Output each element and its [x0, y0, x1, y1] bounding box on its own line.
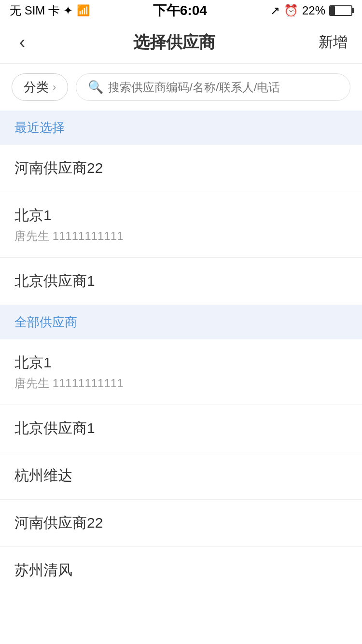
add-button[interactable]: 新增 [319, 32, 348, 52]
item-name: 北京1 [14, 353, 348, 373]
recent-section-header: 最近选择 [0, 111, 362, 145]
alarm-icon: ⏰ [284, 4, 298, 17]
list-item[interactable]: 河南供应商22 [0, 145, 362, 192]
item-name: 河南供应商22 [14, 158, 348, 178]
item-detail: 唐先生 11111111111 [14, 228, 348, 244]
item-detail: 唐先生 11111111111 [14, 376, 348, 391]
sim-label: 无 SIM 卡 ✦ [10, 3, 73, 18]
recent-list: 河南供应商22北京1唐先生 11111111111北京供应商1 [0, 145, 362, 305]
item-name: 苏州清风 [14, 560, 348, 580]
search-input[interactable] [108, 81, 338, 94]
search-box[interactable]: 🔍 [76, 73, 350, 101]
all-label: 全部供应商 [14, 315, 77, 329]
item-name: 北京供应商1 [14, 271, 348, 291]
list-item[interactable]: 北京1唐先生 11111111111 [0, 339, 362, 405]
nav-bar: ‹ 选择供应商 新增 [0, 21, 362, 64]
location-icon: ↗ [270, 4, 280, 17]
search-icon: 🔍 [88, 80, 103, 95]
battery-percent: 22% [302, 4, 325, 17]
list-item[interactable]: 河南供应商22 [0, 500, 362, 547]
filter-bar: 分类 › 🔍 [0, 64, 362, 111]
recent-label: 最近选择 [14, 120, 65, 135]
status-time: 下午6:04 [153, 1, 207, 20]
item-name: 河南供应商22 [14, 513, 348, 533]
status-right: ↗ ⏰ 22% [270, 4, 352, 17]
list-item[interactable]: 北京供应商1 [0, 258, 362, 305]
list-item[interactable]: 北京1唐先生 11111111111 [0, 192, 362, 258]
battery-fill [330, 6, 335, 15]
item-name: 北京供应商1 [14, 419, 348, 438]
item-name: 北京1 [14, 206, 348, 225]
page-title: 选择供应商 [133, 31, 215, 54]
all-section-header: 全部供应商 [0, 305, 362, 339]
back-button[interactable]: ‹ [14, 28, 30, 57]
wifi-icon: 📶 [77, 4, 90, 17]
status-left: 无 SIM 卡 ✦ 📶 [10, 3, 90, 18]
list-item[interactable]: 北京供应商1 [0, 405, 362, 452]
status-bar: 无 SIM 卡 ✦ 📶 下午6:04 ↗ ⏰ 22% [0, 0, 362, 21]
category-label: 分类 [24, 79, 49, 96]
all-list: 北京1唐先生 11111111111北京供应商1杭州维达河南供应商22苏州清风 [0, 339, 362, 594]
battery-icon [329, 5, 352, 16]
category-button[interactable]: 分类 › [12, 73, 68, 101]
item-name: 杭州维达 [14, 466, 348, 486]
list-item[interactable]: 杭州维达 [0, 452, 362, 500]
list-item[interactable]: 苏州清风 [0, 547, 362, 594]
chevron-icon: › [53, 81, 56, 94]
